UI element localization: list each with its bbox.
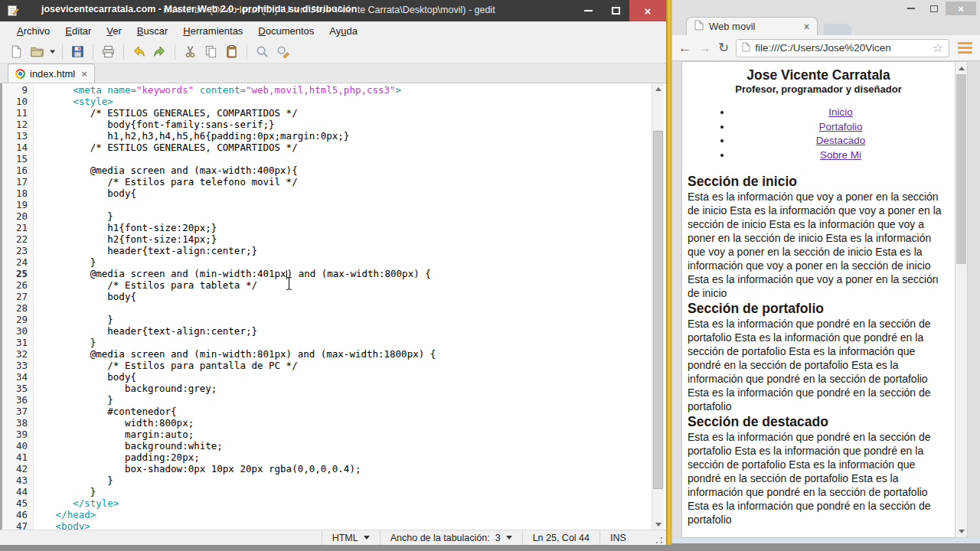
url-bar[interactable]: file:///C:/Users/Jose%20Vicen ☆ <box>736 39 949 57</box>
code-text: h2{font-size:14px;} <box>34 233 217 245</box>
code-line-14[interactable]: 14 /* ESTILOS GENERALES, COMPARTIDOS */ <box>2 142 652 153</box>
code-line-27[interactable]: 27 body{ <box>2 291 652 302</box>
line-number: 32 <box>2 348 34 360</box>
menu-editar[interactable]: Editar <box>57 23 99 39</box>
code-line-37[interactable]: 37 #contenedor{ <box>2 406 652 417</box>
nav-link-portafolio[interactable]: Portafolio <box>818 121 862 132</box>
tab-label: index.html <box>30 68 75 80</box>
scroll-down-icon[interactable] <box>652 519 664 530</box>
scroll-up-icon[interactable] <box>956 63 967 73</box>
code-line-16[interactable]: 16 @media screen and (max-width:400px){ <box>2 165 652 176</box>
code-line-12[interactable]: 12 body{font-family:sans-serif;} <box>2 119 652 130</box>
code-line-29[interactable]: 29 } <box>2 314 652 325</box>
code-text: } <box>34 337 96 348</box>
line-number: 19 <box>2 199 34 210</box>
editor-scrollbar[interactable] <box>652 83 664 530</box>
code-text: </style> <box>34 497 119 509</box>
code-line-23[interactable]: 23 header{text-align:center;} <box>2 245 652 256</box>
find-and-replace-icon[interactable] <box>273 42 293 62</box>
scroll-down-icon[interactable] <box>956 526 967 536</box>
redo-icon[interactable] <box>149 42 170 62</box>
code-line-21[interactable]: 21 h1{font-size:20px;} <box>2 222 652 233</box>
browser-tab-close-icon[interactable]: × <box>804 21 809 32</box>
code-line-11[interactable]: 11 /* ESTILOS GENERALES, COMPARTIDOS */ <box>2 107 652 119</box>
tab-close-icon[interactable]: × <box>81 68 87 80</box>
menu-documentos[interactable]: Documentos <box>250 23 322 39</box>
code-line-31[interactable]: 31 } <box>2 337 652 348</box>
new-tab-button[interactable] <box>824 24 851 35</box>
save-icon[interactable] <box>67 42 88 62</box>
code-line-25[interactable]: 25 @media screen and (min-width:401px) a… <box>2 268 652 279</box>
editor-scrollbar-thumb[interactable] <box>653 131 663 489</box>
browser-tab-web-movil[interactable]: Web movil × <box>686 17 818 35</box>
code-line-46[interactable]: 46 </head> <box>2 509 652 520</box>
paste-icon[interactable] <box>221 42 242 62</box>
code-line-39[interactable]: 39 margin:auto; <box>2 429 652 440</box>
maximize-button[interactable] <box>602 0 629 21</box>
cut-icon[interactable] <box>180 42 201 62</box>
code-line-35[interactable]: 35 background:grey; <box>2 383 652 394</box>
code-editor[interactable]: 9 <meta name="keywords" content="web,mov… <box>2 84 652 530</box>
code-line-33[interactable]: 33 /* Estilos para pantalla de PC */ <box>2 360 652 371</box>
code-line-34[interactable]: 34 body{ <box>2 371 652 383</box>
code-line-13[interactable]: 13 h1,h2,h3,h4,h5,h6{padding:0px;margin:… <box>2 130 652 142</box>
code-line-42[interactable]: 42 box-shadow:0px 10px 20px rgba(0,0,0,0… <box>2 463 652 474</box>
browser-scrollbar-thumb[interactable] <box>956 74 966 264</box>
code-line-26[interactable]: 26 /* Estilos para tableta */ <box>2 279 652 291</box>
code-line-32[interactable]: 32 @media screen and (min-width:801px) a… <box>2 348 652 360</box>
menu-hamburger-icon[interactable] <box>956 41 974 56</box>
code-line-43[interactable]: 43 } <box>2 474 652 486</box>
browser-close-button[interactable]: × <box>946 2 976 15</box>
code-line-22[interactable]: 22 h2{font-size:14px;} <box>2 233 652 245</box>
bookmark-star-icon[interactable]: ☆ <box>933 42 943 54</box>
code-line-20[interactable]: 20 } <box>2 210 652 222</box>
code-line-9[interactable]: 9 <meta name="keywords" content="web,mov… <box>2 84 652 96</box>
tab-width-selector[interactable]: Ancho de la tabulación: 3 <box>380 530 522 545</box>
print-icon[interactable] <box>98 42 119 62</box>
code-line-36[interactable]: 36 } <box>2 394 652 406</box>
code-line-38[interactable]: 38 width:800px; <box>2 417 652 429</box>
tab-index-html[interactable]: index.html × <box>8 64 95 83</box>
nav-link-inicio[interactable]: Inicio <box>828 106 853 118</box>
code-line-45[interactable]: 45 </style> <box>2 497 652 509</box>
line-number: 36 <box>2 394 34 406</box>
browser-titlebar[interactable]: × <box>672 0 980 17</box>
menu-herramientas[interactable]: Herramientas <box>175 23 250 39</box>
open-dropdown-icon[interactable] <box>47 42 57 62</box>
scroll-up-icon[interactable] <box>652 83 664 94</box>
undo-icon[interactable] <box>129 42 149 62</box>
copy-icon[interactable] <box>201 42 221 62</box>
code-line-40[interactable]: 40 background:white; <box>2 440 652 452</box>
menu-buscar[interactable]: Buscar <box>129 23 175 39</box>
code-line-44[interactable]: 44 } <box>2 486 652 497</box>
code-line-24[interactable]: 24 } <box>2 256 652 268</box>
nav-link-sobre-mi[interactable]: Sobre Mi <box>820 149 861 161</box>
code-line-19[interactable]: 19 <box>2 199 652 210</box>
open-icon[interactable] <box>27 42 47 62</box>
minimize-button[interactable] <box>574 0 602 21</box>
gedit-titlebar[interactable]: index.html (Disco local (C:) \Users\Jose… <box>0 0 666 21</box>
resize-grip[interactable] <box>655 536 664 545</box>
language-selector[interactable]: HTML <box>322 530 380 545</box>
code-line-47[interactable]: 47 <body> <box>2 520 652 530</box>
back-icon[interactable]: ← <box>678 41 691 54</box>
nav-link-destacado[interactable]: Destacado <box>816 135 866 146</box>
refresh-icon[interactable]: ↻ <box>718 41 729 54</box>
menu-archivo[interactable]: Archivo <box>9 23 57 39</box>
browser-minimize-button[interactable] <box>900 2 923 15</box>
browser-maximize-button[interactable] <box>923 2 946 15</box>
code-line-18[interactable]: 18 body{ <box>2 187 652 199</box>
url-text[interactable]: file:///C:/Users/Jose%20Vicen <box>755 42 927 54</box>
menu-ver[interactable]: Ver <box>99 23 129 39</box>
browser-scrollbar[interactable] <box>955 61 968 538</box>
code-line-28[interactable]: 28 <box>2 302 652 314</box>
find-icon[interactable] <box>252 42 273 62</box>
code-line-15[interactable]: 15 <box>2 153 652 165</box>
code-line-30[interactable]: 30 header{text-align:center;} <box>2 325 652 337</box>
code-line-41[interactable]: 41 padding:20px; <box>2 452 652 463</box>
new-document-icon[interactable] <box>6 42 27 62</box>
code-line-10[interactable]: 10 <style> <box>2 96 652 107</box>
code-line-17[interactable]: 17 /* Estilos para telefono movil */ <box>2 176 652 187</box>
close-button[interactable]: × <box>629 0 666 21</box>
menu-ayuda[interactable]: Ayuda <box>322 23 365 39</box>
